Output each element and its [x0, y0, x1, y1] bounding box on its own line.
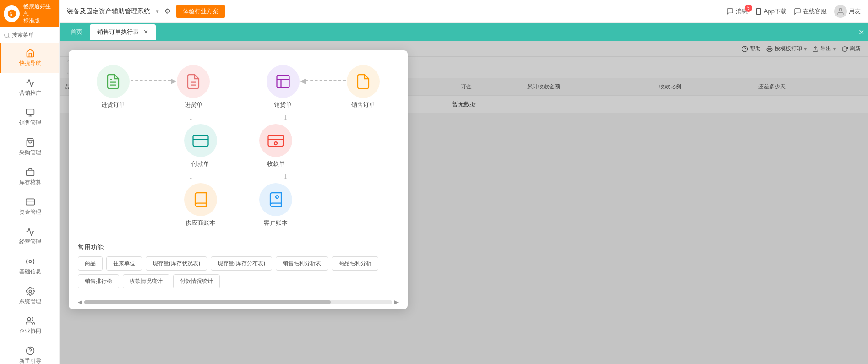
logo-text: 畅康通好生意 标准版 — [23, 3, 55, 25]
func-btn-5[interactable]: 商品毛利分析 — [332, 256, 378, 271]
purchase-bill-circle — [177, 65, 210, 98]
topbar: 装备及固定资产辅助管理系统 ▾ ⚙ 体验行业方案 消息 5 App下载 在线客服 — [60, 0, 868, 23]
sales-order-label: 销售订单 — [351, 101, 375, 109]
arrow-down-receipt: ↓ — [269, 172, 302, 181]
sidebar-item-sys[interactable]: 系统管理 — [0, 281, 59, 311]
main-content: 装备及固定资产辅助管理系统 ▾ ⚙ 体验行业方案 消息 5 App下载 在线客服 — [60, 0, 868, 364]
sidebar-search[interactable]: 搜索菜单 — [0, 27, 59, 43]
func-buttons-row-2: 销售排行榜 收款情况统计 付款情况统计 — [78, 274, 399, 288]
svg-point-13 — [27, 318, 31, 321]
node-supplier-ledger[interactable]: 供应商账本 — [184, 183, 217, 227]
flow-row-arrows-4: ↓ ↓ — [87, 172, 389, 183]
sidebar-item-label: 库存核算 — [19, 179, 41, 186]
node-payment-bill[interactable]: 付款单 — [184, 124, 217, 168]
customer-ledger-label: 客户账本 — [264, 219, 288, 227]
sidebar-item-quick-nav[interactable]: 快捷导航 — [0, 43, 59, 73]
scroll-left-btn[interactable]: ◀ — [78, 299, 82, 305]
purchase-bill-label: 进货单 — [185, 101, 202, 109]
payment-bill-circle — [184, 124, 217, 157]
sidebar-item-ops[interactable]: 经营管理 — [0, 222, 59, 251]
arrow-down-sales: ↓ — [269, 113, 302, 122]
app-download-btn[interactable]: App下载 — [755, 7, 786, 16]
node-customer-ledger[interactable]: 客户账本 — [259, 183, 292, 227]
svg-rect-30 — [193, 135, 208, 146]
sidebar-item-inventory[interactable]: 库存核算 — [0, 162, 59, 192]
sidebar-item-enterprise[interactable]: 企业协同 — [0, 311, 59, 341]
svg-rect-16 — [756, 8, 760, 14]
flow-row-3: 付款单 收款单 — [87, 124, 389, 168]
node-receipt-bill[interactable]: 收款单 — [259, 124, 292, 168]
func-buttons-row-1: 商品 往来单位 现存量(库存状况表) 现存量(库存分布表) 销售毛利分析表 商品… — [78, 256, 399, 271]
receipt-bill-label: 收款单 — [267, 160, 285, 168]
experience-btn[interactable]: 体验行业方案 — [176, 5, 225, 18]
sidebar-item-label: 新手引导 — [19, 357, 41, 364]
tab-sales-order[interactable]: 销售订单执行表 ✕ — [90, 24, 156, 40]
message-btn[interactable]: 消息 5 — [726, 7, 748, 16]
flow-modal: 进货订单 ▶ 进货单 — [69, 50, 408, 309]
tab-close-icon[interactable]: ✕ — [143, 28, 148, 35]
func-btn-6[interactable]: 销售排行榜 — [78, 274, 119, 288]
sidebar-item-label: 采购管理 — [19, 149, 41, 157]
logo-icon: 6 — [4, 5, 20, 22]
receipt-bill-circle — [259, 124, 292, 157]
func-btn-8[interactable]: 付款情况统计 — [173, 274, 220, 288]
sidebar: 6 畅康通好生意 标准版 搜索菜单 快捷导航 营销推广 销售管理 — [0, 0, 60, 364]
sidebar-item-label: 经营管理 — [19, 238, 41, 246]
func-btn-0[interactable]: 商品 — [78, 256, 103, 271]
app-download-label: App下载 — [764, 7, 786, 16]
flow-row-5: 供应商账本 客户账本 — [87, 183, 389, 227]
svg-point-35 — [276, 196, 278, 198]
node-sales-bill[interactable]: 销货单 — [267, 65, 300, 109]
flow-row-1: 进货订单 ▶ 进货单 — [87, 65, 389, 109]
node-purchase-bill[interactable]: 进货单 — [177, 65, 210, 109]
supplier-ledger-label: 供应商账本 — [186, 219, 215, 227]
sidebar-item-label: 销售管理 — [19, 119, 41, 127]
modal-overlay: 进货订单 ▶ 进货单 — [60, 41, 868, 364]
node-purchase-order[interactable]: 进货订单 — [97, 65, 130, 109]
sidebar-logo: 6 畅康通好生意 标准版 — [0, 0, 59, 27]
func-btn-2[interactable]: 现存量(库存状况表) — [146, 256, 207, 271]
tab-home[interactable]: 首页 — [63, 24, 90, 40]
message-badge: 5 — [745, 5, 752, 12]
node-sales-order[interactable]: 销售订单 — [347, 65, 380, 109]
func-btn-3[interactable]: 现存量(库存分布表) — [211, 256, 272, 271]
svg-point-11 — [29, 261, 32, 263]
svg-line-3 — [8, 36, 10, 38]
dropdown-arrow[interactable]: ▾ — [156, 8, 159, 15]
scrollbar-row: ◀ ▶ — [78, 299, 399, 305]
svg-rect-27 — [277, 76, 289, 88]
arrow-down-purchase: ↓ — [175, 113, 207, 122]
arrow-down-payment: ↓ — [175, 172, 207, 181]
scrollbar-track[interactable] — [84, 300, 392, 304]
sidebar-item-label: 快捷导航 — [19, 60, 41, 67]
sidebar-item-purchase[interactable]: 采购管理 — [0, 132, 59, 162]
sidebar-item-label: 基础信息 — [19, 268, 41, 276]
sidebar-item-marketing[interactable]: 营销推广 — [0, 73, 59, 103]
svg-point-12 — [29, 290, 32, 293]
scroll-right-btn[interactable]: ▶ — [394, 299, 399, 305]
sidebar-item-base[interactable]: 基础信息 — [0, 251, 59, 281]
payment-bill-label: 付款单 — [191, 160, 209, 168]
content-area: 帮助 按模板打印 ▾ 导出 ▾ 刷新 — [60, 41, 868, 364]
sidebar-item-sales[interactable]: 销售管理 — [0, 103, 59, 132]
sales-bill-circle — [267, 65, 300, 98]
supplier-ledger-circle — [184, 183, 217, 216]
online-service-btn[interactable]: 在线客服 — [794, 7, 827, 16]
flow-row-arrows-2: ↓ ↓ — [87, 113, 389, 124]
sidebar-item-guide[interactable]: 新手引导 — [0, 341, 59, 364]
gear-icon[interactable]: ⚙ — [164, 7, 171, 16]
avatar-circle — [834, 5, 847, 18]
close-all-tabs-btn[interactable]: ✕ — [858, 28, 864, 37]
svg-text:6: 6 — [9, 11, 12, 17]
sidebar-item-fund[interactable]: 资金管理 — [0, 192, 59, 222]
topbar-right: 消息 5 App下载 在线客服 用友 — [726, 5, 861, 18]
func-btn-1[interactable]: 往来单位 — [106, 256, 142, 271]
arrow-sales-order-to-bill: ◀ — [300, 76, 346, 85]
sidebar-item-label: 企业协同 — [19, 327, 41, 335]
purchase-order-circle — [97, 65, 130, 98]
func-btn-7[interactable]: 收款情况统计 — [123, 274, 169, 288]
sidebar-item-label: 营销推广 — [19, 89, 41, 97]
func-btn-4[interactable]: 销售毛利分析表 — [276, 256, 328, 271]
sidebar-item-label: 资金管理 — [19, 208, 41, 216]
user-avatar[interactable]: 用友 — [834, 5, 861, 18]
